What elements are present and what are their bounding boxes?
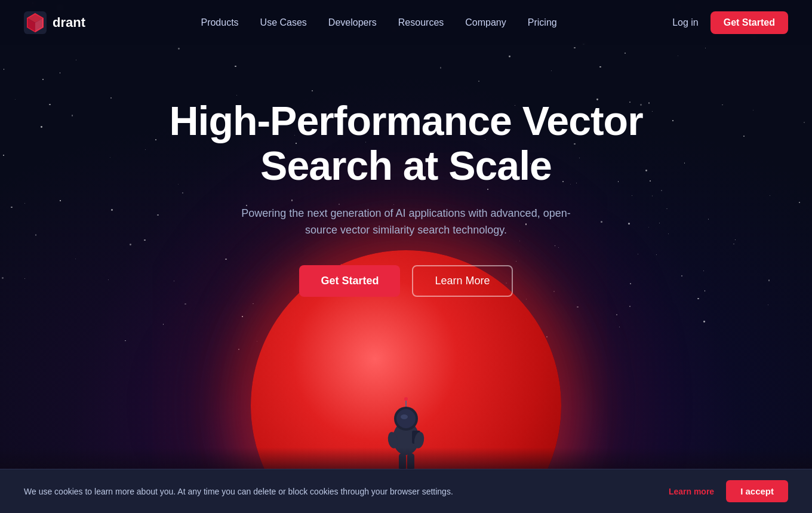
cookie-learn-more-link[interactable]: Learn more: [669, 487, 714, 496]
svg-point-8: [401, 414, 408, 419]
navbar: drant Products Use Cases Developers Reso…: [0, 0, 812, 45]
cookie-actions: Learn more I accept: [669, 480, 788, 502]
nav-item-pricing[interactable]: Pricing: [528, 17, 557, 27]
cookie-banner: We use cookies to learn more about you. …: [0, 469, 812, 513]
logo-link[interactable]: drant: [24, 11, 85, 34]
hero-title: High-Performance Vector Search at Scale: [167, 99, 645, 188]
hero-buttons: Get Started Learn More: [299, 265, 512, 297]
nav-actions: Log in Get Started: [672, 11, 788, 34]
cookie-message: We use cookies to learn more about you. …: [24, 487, 657, 496]
svg-point-17: [404, 397, 408, 401]
logo-icon: [24, 11, 47, 34]
hero-subtitle: Powering the next generation of AI appli…: [239, 205, 573, 239]
nav-item-resources[interactable]: Resources: [398, 17, 444, 27]
nav-item-company[interactable]: Company: [465, 17, 506, 27]
nav-links: Products Use Cases Developers Resources …: [201, 17, 556, 28]
logo-text: drant: [53, 15, 85, 30]
nav-item-developers[interactable]: Developers: [328, 17, 377, 27]
get-started-hero-button[interactable]: Get Started: [299, 265, 400, 297]
cookie-accept-button[interactable]: I accept: [726, 480, 788, 502]
hero-section: High-Performance Vector Search at Scale …: [0, 45, 812, 297]
get-started-nav-button[interactable]: Get Started: [710, 11, 788, 34]
nav-item-use-cases[interactable]: Use Cases: [260, 17, 307, 27]
nav-item-products[interactable]: Products: [201, 17, 238, 27]
learn-more-button[interactable]: Learn More: [412, 265, 512, 297]
login-button[interactable]: Log in: [672, 17, 699, 28]
